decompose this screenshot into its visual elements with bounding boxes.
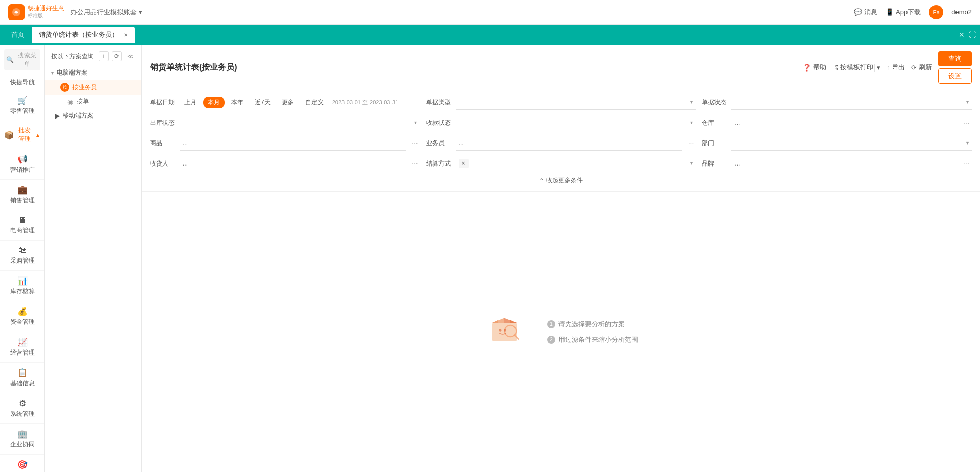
app-download-btn[interactable]: 📱 App下载: [886, 8, 921, 17]
sidebar-item-purchase-label: 采购管理: [10, 256, 35, 265]
doc-status-arrow-icon: ▾: [966, 99, 969, 105]
tree-sub-child-label: 按单: [77, 97, 89, 106]
doc-status-select[interactable]: ▾: [731, 95, 972, 110]
date-more-btn[interactable]: 更多: [277, 97, 299, 108]
sidebar-item-retail[interactable]: 🛒 零售管理: [0, 90, 44, 121]
app-download-label: App下载: [896, 8, 921, 17]
page-title-bar: 销货单统计表(按业务员) ❓ 帮助 🖨 按模板打印 ▾ ↑: [142, 45, 980, 88]
search-menu-btn[interactable]: 🔍 搜索菜单: [4, 49, 40, 70]
empty-text: 1 请先选择要分析的方案 2 用过滤条件来缩小分析范围: [547, 320, 638, 344]
brand-input[interactable]: [731, 156, 958, 171]
sidebar-item-purchase[interactable]: 🛍 采购管理: [0, 241, 44, 271]
panel-header: 按以下方案查询 + ⟳ ≪: [45, 49, 141, 65]
date-this-month-btn[interactable]: 本月: [203, 97, 225, 108]
warehouse-more-icon[interactable]: ···: [962, 119, 972, 127]
sidebar-item-finance[interactable]: 💰 资金管理: [0, 301, 44, 332]
refresh-btn[interactable]: ⟳ 刷新: [911, 63, 932, 72]
refresh-label: 刷新: [919, 63, 932, 72]
brand-more-icon[interactable]: ···: [962, 159, 972, 168]
message-btn[interactable]: 💬 消息: [854, 8, 877, 17]
purchase-icon: 🛍: [18, 246, 27, 255]
avatar[interactable]: Ea: [929, 5, 943, 19]
staff-input[interactable]: [456, 135, 682, 151]
receiver-input[interactable]: [180, 156, 406, 171]
sidebar-item-wholesale[interactable]: 📦 批发管理 ▲: [0, 121, 44, 149]
add-plan-btn[interactable]: +: [99, 51, 109, 61]
sidebar-item-ecommerce[interactable]: 🖥 电商管理: [0, 210, 44, 241]
tree-sub-child-by-order[interactable]: ◉ 按单: [45, 95, 141, 108]
payment-status-select[interactable]: ▾: [456, 115, 696, 130]
payment-tag-close-icon[interactable]: ×: [462, 160, 465, 167]
sidebar-item-corp[interactable]: 🏢 企业协同: [0, 424, 44, 455]
payment-method-select[interactable]: × ▾: [456, 156, 696, 171]
filter-doc-status-item: 单据状态 ▾: [702, 95, 972, 110]
sidebar-item-newbie[interactable]: 🎯 新手引导: [0, 455, 44, 472]
date-this-year-btn[interactable]: 本年: [227, 97, 248, 108]
help-label: 帮助: [813, 63, 826, 72]
breadcrumb-text: 办公用品行业模拟账套: [70, 8, 137, 17]
payment-method-tag: ×: [459, 159, 469, 168]
main-layout: 🔍 搜索菜单 快捷导航 🛒 零售管理 📦 批发管理 ▲ 📢 营销推广 💼 销售管…: [0, 45, 980, 472]
date-last-7days-btn[interactable]: 近7天: [250, 97, 275, 108]
sidebar-item-sales[interactable]: 💼 销售管理: [0, 180, 44, 210]
settings-button[interactable]: 设置: [938, 68, 972, 84]
collapse-more-btn[interactable]: ⌃ 收起更多条件: [150, 176, 972, 185]
filter-out-status-item: 出库状态 ▾: [150, 115, 420, 130]
sidebar-item-operation[interactable]: 📈 经营管理: [0, 332, 44, 363]
wholesale-icon: 📦: [4, 130, 14, 140]
sidebar-item-marketing[interactable]: 📢 营销推广: [0, 149, 44, 180]
export-btn[interactable]: ↑ 导出: [887, 63, 905, 72]
receiver-label: 收货人: [150, 159, 176, 168]
sidebar-item-inventory[interactable]: 📊 库存核算: [0, 271, 44, 301]
date-range-text: 2023-03-01 至 2023-03-31: [332, 99, 399, 106]
marketing-icon: 📢: [17, 154, 28, 164]
out-status-select[interactable]: ▾: [180, 115, 420, 130]
tree-label-mobile: 移动端方案: [63, 111, 93, 120]
tree-child-by-staff[interactable]: 按 按业务员: [45, 80, 141, 95]
filter-warehouse-item: 仓库 ···: [702, 115, 972, 130]
help-btn[interactable]: ❓ 帮助: [803, 63, 826, 72]
collapse-panel-btn[interactable]: ≪: [125, 51, 135, 61]
filter-area: 单据日期 上月 本月 本年 近7天 更多 自定义 2023-03-01 至 20…: [142, 88, 980, 192]
out-status-label: 出库状态: [150, 119, 176, 127]
breadcrumb[interactable]: 办公用品行业模拟账套 ▾: [70, 8, 142, 17]
doc-type-select[interactable]: ▾: [456, 95, 696, 110]
staff-more-icon[interactable]: ···: [686, 139, 696, 147]
payment-status-label: 收款状态: [426, 119, 452, 127]
svg-marker-4: [492, 320, 498, 323]
warehouse-label: 仓库: [702, 119, 727, 127]
query-button[interactable]: 查询: [938, 51, 972, 66]
title-actions: ❓ 帮助 🖨 按模板打印 ▾ ↑ 导出 ⟳: [803, 51, 972, 84]
filter-row-3: 商品 ··· 业务员 ··· 部门: [150, 135, 972, 151]
goods-more-icon[interactable]: ···: [410, 139, 420, 147]
tab-sales-stat[interactable]: 销货单统计表（按业务员） ✕: [32, 27, 135, 43]
refresh-plan-btn[interactable]: ⟳: [112, 51, 122, 61]
step-1-num: 1: [547, 320, 555, 328]
filter-payment-method-item: 结算方式 × ▾: [426, 156, 696, 171]
empty-step-1: 1 请先选择要分析的方案: [547, 320, 638, 329]
page-container: 按以下方案查询 + ⟳ ≪ ▾ 电脑端方案 按 按业务员: [45, 45, 980, 472]
doc-type-arrow-icon: ▾: [690, 99, 693, 105]
dept-select[interactable]: ▾: [731, 135, 972, 151]
warehouse-input[interactable]: [731, 115, 958, 130]
tree-item-mobile[interactable]: ▶ 移动端方案: [45, 108, 141, 123]
tab-home-label: 首页: [11, 30, 24, 39]
tab-expand-icon[interactable]: ⛶: [969, 31, 976, 39]
receiver-more-icon[interactable]: ···: [410, 159, 420, 168]
goods-input[interactable]: [180, 135, 406, 151]
logo-text-area: 畅捷通好生意 标准版: [28, 5, 64, 19]
tab-close-all-icon[interactable]: ✕: [959, 31, 965, 39]
date-custom-btn[interactable]: 自定义: [301, 97, 328, 108]
print-dropdown-arrow-icon[interactable]: ▾: [874, 64, 880, 72]
logo-sub: 标准版: [28, 12, 64, 19]
sidebar-item-system[interactable]: ⚙ 系统管理: [0, 393, 44, 424]
tree-item-pc[interactable]: ▾ 电脑端方案: [45, 65, 141, 80]
svg-point-8: [499, 329, 502, 332]
date-last-month-btn[interactable]: 上月: [180, 97, 201, 108]
sidebar-item-basic[interactable]: 📋 基础信息: [0, 363, 44, 393]
tab-home[interactable]: 首页: [4, 27, 32, 43]
quick-nav-btn[interactable]: 快捷导航: [0, 75, 44, 90]
tab-close-icon[interactable]: ✕: [124, 32, 128, 38]
filter-date-item: 单据日期 上月 本月 本年 近7天 更多 自定义 2023-03-01 至 20…: [150, 97, 420, 108]
print-btn[interactable]: 🖨 按模板打印 ▾: [832, 63, 880, 72]
